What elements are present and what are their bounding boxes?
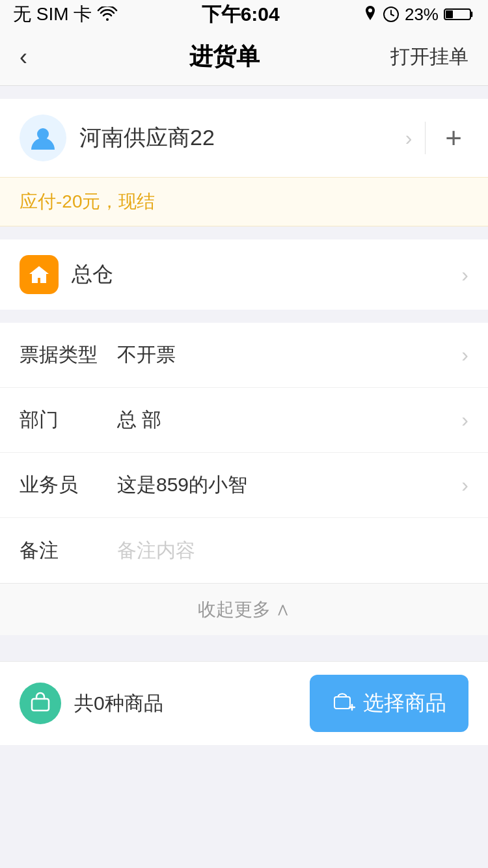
select-product-icon: [332, 692, 355, 715]
house-icon: [27, 263, 51, 286]
person-icon: [29, 124, 57, 152]
status-bar: 无 SIM 卡 下午6:04 23%: [0, 0, 488, 29]
svg-rect-8: [334, 697, 350, 709]
invoice-type-row[interactable]: 票据类型 不开票 ›: [0, 323, 488, 388]
section-divider-2: [0, 226, 488, 239]
remark-row[interactable]: 备注 备注内容: [0, 518, 488, 583]
add-supplier-button[interactable]: +: [439, 122, 468, 154]
bottom-bar: 共0种商品 选择商品: [0, 661, 488, 745]
vertical-divider: [425, 122, 426, 154]
cart-icon: [28, 691, 53, 716]
avatar: [20, 115, 66, 161]
warehouse-icon: [20, 255, 59, 294]
invoice-type-chevron-icon: ›: [461, 343, 468, 367]
salesperson-value: 这是859的小智: [104, 472, 461, 498]
product-count-text: 共0种商品: [74, 690, 310, 717]
status-carrier: 无 SIM 卡: [13, 2, 118, 27]
open-pending-button[interactable]: 打开挂单: [390, 44, 468, 70]
section-divider-4: [0, 635, 488, 648]
section-divider-1: [0, 86, 488, 99]
department-chevron-icon: ›: [461, 408, 468, 432]
supplier-row[interactable]: 河南供应商22 › +: [0, 99, 488, 177]
select-product-button[interactable]: 选择商品: [310, 675, 468, 732]
collapse-row[interactable]: 收起更多 ∧: [0, 583, 488, 635]
supplier-section: 河南供应商22 › + 应付-20元，现结: [0, 99, 488, 226]
department-row[interactable]: 部门 总 部 ›: [0, 388, 488, 453]
warehouse-chevron-icon: ›: [461, 263, 468, 287]
select-product-label: 选择商品: [363, 689, 446, 718]
svg-rect-7: [32, 699, 49, 711]
salesperson-label: 业务员: [20, 472, 104, 498]
svg-point-0: [368, 8, 372, 12]
invoice-type-value: 不开票: [104, 342, 461, 368]
page-title: 进货单: [189, 41, 260, 73]
department-label: 部门: [20, 407, 104, 433]
notice-text: 应付-20元，现结: [20, 191, 155, 211]
salesperson-row[interactable]: 业务员 这是859的小智 ›: [0, 453, 488, 518]
notice-banner: 应付-20元，现结: [0, 177, 488, 226]
back-button[interactable]: ‹: [20, 44, 59, 71]
form-section: 票据类型 不开票 › 部门 总 部 › 业务员 这是859的小智 › 备注 备注…: [0, 323, 488, 583]
warehouse-row[interactable]: 总仓 ›: [0, 239, 488, 310]
nav-bar: ‹ 进货单 打开挂单: [0, 29, 488, 86]
warehouse-section: 总仓 ›: [0, 239, 488, 310]
battery-text: 23%: [405, 5, 439, 25]
salesperson-chevron-icon: ›: [461, 473, 468, 497]
clock-icon: [383, 6, 400, 23]
department-value: 总 部: [104, 407, 461, 433]
remark-label: 备注: [20, 537, 104, 564]
status-right-area: 23%: [363, 5, 475, 25]
svg-line-3: [391, 14, 394, 16]
gray-background: [0, 745, 488, 868]
product-icon: [20, 683, 61, 724]
status-time: 下午6:04: [202, 1, 280, 28]
collapse-label: 收起更多 ∧: [198, 597, 291, 622]
supplier-name: 河南供应商22: [79, 123, 405, 153]
invoice-type-label: 票据类型: [20, 342, 104, 368]
supplier-chevron-icon: ›: [405, 126, 413, 150]
location-icon: [363, 6, 377, 23]
wifi-icon: [97, 7, 118, 22]
carrier-text: 无 SIM 卡: [13, 2, 92, 27]
battery-icon: [444, 7, 475, 22]
section-divider-3: [0, 310, 488, 323]
warehouse-name: 总仓: [72, 260, 461, 289]
svg-rect-5: [446, 10, 453, 18]
remark-value: 备注内容: [104, 537, 468, 564]
